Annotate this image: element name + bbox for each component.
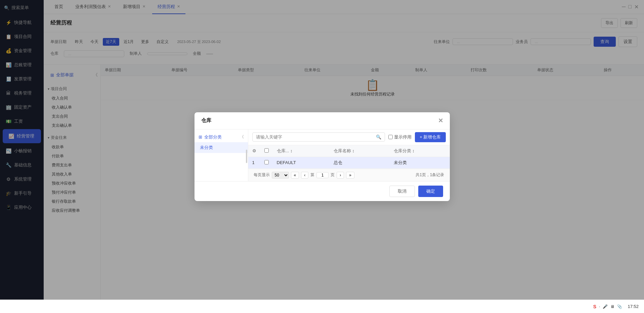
- show-disabled-checkbox[interactable]: [388, 135, 393, 139]
- modal-th-name[interactable]: 仓库名称 ↕: [330, 145, 390, 157]
- modal-collapse-icon[interactable]: 《: [240, 134, 244, 140]
- taskbar-time: 17:52: [628, 304, 639, 309]
- modal-th-settings: ⚙: [248, 145, 260, 157]
- modal-overlay: 仓库 ✕ ⊞ 全部分类 《 未分类: [0, 0, 644, 313]
- modal-search-input[interactable]: [256, 134, 374, 140]
- taskbar-icons: S · 🎤 🖥 📎: [593, 304, 622, 309]
- modal-confirm-btn[interactable]: 确定: [418, 186, 443, 197]
- taskbar-icon-screen: 🖥: [610, 304, 614, 309]
- modal-actions: 取消 确定: [195, 181, 450, 201]
- modal-footer-bar: 每页显示 50 100 « ‹ 算 页 › » 共1页，1条记录: [248, 169, 450, 181]
- modal-pagination: 每页显示 50 100 « ‹ 算 页 › »: [254, 172, 354, 179]
- modal-row-checkbox[interactable]: [260, 157, 273, 168]
- modal-per-page-label: 每页显示: [254, 172, 270, 178]
- modal-left-header[interactable]: ⊞ 全部分类 《: [195, 132, 248, 142]
- modal-next-btn[interactable]: ›: [337, 172, 344, 179]
- modal-table-body: 1 DEFAULT 总仓 未分类: [248, 157, 450, 168]
- modal-th-code[interactable]: 仓库... ↕: [273, 145, 330, 157]
- modal-left-scrollbar: [246, 150, 247, 163]
- modal-last-btn[interactable]: »: [346, 172, 354, 179]
- modal-table-wrap: ⚙ 仓库... ↕ 仓库名称 ↕ 仓库分类 ↕ 1 DEFAULT 总仓 未分类: [248, 145, 450, 169]
- modal-table-row[interactable]: 1 DEFAULT 总仓 未分类: [248, 157, 450, 168]
- taskbar: S · 🎤 🖥 📎 17:52: [0, 300, 644, 313]
- modal-row-name: 总仓: [330, 157, 390, 168]
- modal-search-wrap: 🔍: [252, 132, 385, 142]
- modal-toolbar: 🔍 显示停用 + 新增仓库: [248, 129, 450, 145]
- modal-per-page-select[interactable]: 50 100: [272, 172, 289, 179]
- warehouse-modal: 仓库 ✕ ⊞ 全部分类 《 未分类: [195, 112, 450, 201]
- modal-left-panel: ⊞ 全部分类 《 未分类: [195, 129, 248, 181]
- taskbar-icon-mic: 🎤: [603, 304, 608, 309]
- modal-page-label: 页: [331, 172, 335, 178]
- add-warehouse-button[interactable]: + 新增仓库: [415, 132, 445, 142]
- modal-row-category: 未分类: [390, 157, 450, 168]
- all-category-label: 全部分类: [204, 134, 222, 140]
- taskbar-icon-clip: 📎: [617, 304, 622, 309]
- taskbar-icon-dot: ·: [599, 304, 600, 309]
- modal-cancel-btn[interactable]: 取消: [389, 186, 415, 197]
- modal-right-panel: 🔍 显示停用 + 新增仓库 ⚙: [248, 129, 450, 181]
- modal-header: 仓库 ✕: [195, 112, 450, 129]
- modal-row-code: DEFAULT: [273, 157, 330, 168]
- modal-row-num: 1: [248, 157, 260, 168]
- modal-search-icon[interactable]: 🔍: [376, 134, 381, 140]
- modal-th-checkbox: [260, 145, 273, 157]
- show-disabled-label[interactable]: 显示停用: [388, 134, 412, 140]
- modal-table: ⚙ 仓库... ↕ 仓库名称 ↕ 仓库分类 ↕ 1 DEFAULT 总仓 未分类: [248, 145, 450, 169]
- taskbar-icon-s: S: [593, 304, 596, 309]
- modal-first-btn[interactable]: «: [291, 172, 299, 179]
- modal-category-unclassified[interactable]: 未分类: [195, 142, 248, 153]
- modal-title: 仓库: [201, 117, 211, 124]
- modal-select-all-checkbox[interactable]: [264, 148, 269, 153]
- modal-close-btn[interactable]: ✕: [438, 117, 443, 124]
- modal-total-label: 共1页，1条记录: [416, 172, 444, 178]
- modal-body: ⊞ 全部分类 《 未分类 🔍: [195, 129, 450, 181]
- modal-prev-btn[interactable]: ‹: [301, 172, 308, 179]
- modal-th-category[interactable]: 仓库分类 ↕: [390, 145, 450, 157]
- modal-page-input[interactable]: [316, 172, 329, 178]
- all-category-icon: ⊞: [199, 134, 202, 140]
- modal-table-header: ⚙ 仓库... ↕ 仓库名称 ↕ 仓库分类 ↕: [248, 145, 450, 157]
- modal-page-prefix: 算: [310, 172, 314, 178]
